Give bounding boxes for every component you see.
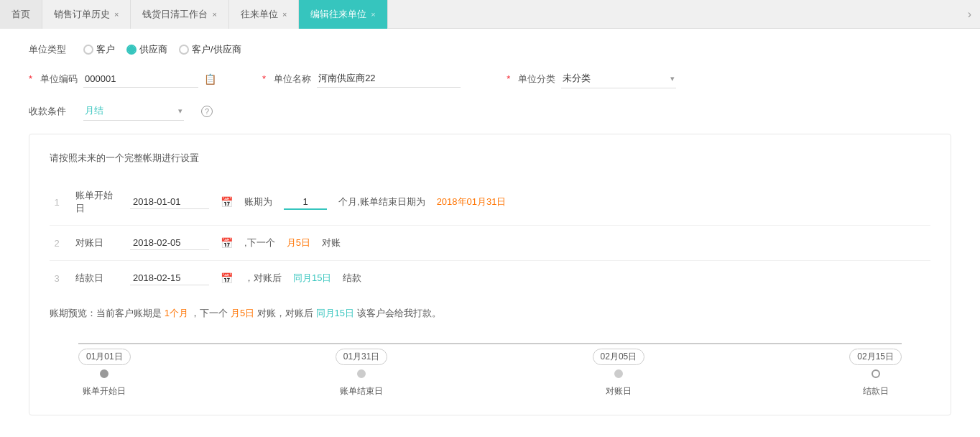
radio-both[interactable]: 客户/供应商 xyxy=(179,43,241,56)
unit-code-label: 单位编码 xyxy=(40,73,78,86)
payment-terms-row: 收款条件 月结 ▾ ? xyxy=(29,101,951,121)
tab-expand-button[interactable]: › xyxy=(959,8,980,21)
timeline-badge-3: 02月15日 xyxy=(849,349,902,365)
unit-info-row: * 单位编码 📋 * 单位名称 * 单位分类 未分类 ▾ xyxy=(29,69,951,88)
row-num-3: 3 xyxy=(50,273,64,284)
period-row-1: 1 账单开始日 📅 账期为 个月,账单结束日期为 2018年01月31日 xyxy=(50,179,930,226)
tab-edit-partner[interactable]: 编辑往来单位 × xyxy=(299,0,387,29)
preview-end: 该客户会给我打款。 xyxy=(357,308,441,318)
page-content: 单位类型 客户 供应商 客户/供应商 * 单位编码 📋 * 单位名称 xyxy=(0,29,980,437)
copy-icon[interactable]: 📋 xyxy=(204,73,216,85)
unit-code-input[interactable] xyxy=(83,70,198,88)
radio-circle-supplier xyxy=(126,45,137,55)
timeline-point-3: 02月15日 结款日 xyxy=(849,349,902,397)
row-label-1: 账单开始日 xyxy=(75,189,119,215)
row-label-3: 结款日 xyxy=(75,272,119,285)
radio-supplier[interactable]: 供应商 xyxy=(126,43,167,56)
unit-name-input[interactable] xyxy=(317,70,461,88)
tab-sales-history[interactable]: 销售订单历史 × xyxy=(42,0,131,29)
preview-section: 账期预览：当前客户账期是 1个月 ，下一个 月5日 对账，对账后 同月15日 该… xyxy=(50,295,930,397)
unit-name-group: * 单位名称 xyxy=(262,70,461,88)
timeline-dot-0 xyxy=(100,369,108,378)
payment-date-calendar-icon[interactable]: 📅 xyxy=(221,272,233,284)
row-desc-1-prefix: 账期为 xyxy=(244,196,272,208)
radio-customer[interactable]: 客户 xyxy=(83,43,115,56)
preview-reconcile-day: 月5日 xyxy=(231,308,254,318)
preview-text: 账期预览：当前客户账期是 1个月 ，下一个 月5日 对账，对账后 同月15日 该… xyxy=(50,307,930,320)
unit-type-row: 单位类型 客户 供应商 客户/供应商 xyxy=(29,43,951,56)
row-desc-1-suffix: 个月,账单结束日期为 xyxy=(338,196,425,208)
timeline-label-3: 结款日 xyxy=(863,385,889,397)
preview-period: 1个月 xyxy=(165,308,188,318)
row-desc-3-suffix: 结款 xyxy=(343,272,361,285)
row-desc-2-suffix: 对账 xyxy=(322,236,341,249)
radio-both-label: 客户/供应商 xyxy=(192,43,241,56)
tab-close-sales-history[interactable]: × xyxy=(114,10,119,19)
unit-category-label: 单位分类 xyxy=(518,73,555,86)
tab-partner[interactable]: 往来单位 × xyxy=(229,0,299,29)
timeline-dot-3 xyxy=(872,369,880,378)
reconcile-date-input[interactable] xyxy=(130,236,209,250)
unit-name-label: 单位名称 xyxy=(274,73,311,86)
start-date-calendar-icon[interactable]: 📅 xyxy=(221,196,233,208)
payment-terms-chevron-icon: ▾ xyxy=(178,106,182,116)
payment-terms-value: 月结 xyxy=(85,104,103,117)
payment-terms-label: 收款条件 xyxy=(29,105,66,118)
tab-bar: 首页 销售订单历史 × 钱货日清工作台 × 往来单位 × 编辑往来单位 × › xyxy=(0,0,980,29)
unit-category-group: * 单位分类 未分类 ▾ xyxy=(507,69,676,88)
payment-highlight: 同月15日 xyxy=(293,272,331,285)
timeline-points: 01月01日 账单开始日 01月31日 账单结束日 02月05日 对账日 xyxy=(78,349,902,397)
radio-supplier-label: 供应商 xyxy=(139,43,167,56)
radio-circle-customer xyxy=(83,45,93,55)
unit-category-select[interactable]: 未分类 ▾ xyxy=(561,69,676,88)
timeline-label-2: 对账日 xyxy=(606,385,632,397)
tab-close-cash-work[interactable]: × xyxy=(212,10,216,19)
period-row-2: 2 对账日 📅 ,下一个 月5日 对账 xyxy=(50,226,930,261)
chevron-down-icon: ▾ xyxy=(670,74,675,83)
period-num-input[interactable] xyxy=(284,195,327,210)
timeline-line xyxy=(78,343,902,344)
timeline-badge-0: 01月01日 xyxy=(78,349,131,365)
timeline-wrapper: 01月01日 账单开始日 01月31日 账单结束日 02月05日 对账日 xyxy=(50,334,930,397)
timeline-badge-2: 02月05日 xyxy=(593,349,645,365)
period-row-3: 3 结款日 📅 ，对账后 同月15日 结款 xyxy=(50,261,930,295)
tab-home[interactable]: 首页 xyxy=(0,0,42,29)
radio-customer-label: 客户 xyxy=(96,43,115,56)
tab-close-edit-partner[interactable]: × xyxy=(371,10,375,19)
tab-close-partner[interactable]: × xyxy=(282,10,287,19)
help-icon[interactable]: ? xyxy=(201,106,213,117)
row-num-1: 1 xyxy=(50,197,64,208)
payment-date-input[interactable] xyxy=(130,271,209,285)
reconcile-date-calendar-icon[interactable]: 📅 xyxy=(221,237,233,249)
tab-cash-work[interactable]: 钱货日清工作台 × xyxy=(131,0,228,29)
reconcile-highlight: 月5日 xyxy=(287,236,310,249)
preview-payment-day: 同月15日 xyxy=(316,308,354,318)
unit-type-label: 单位类型 xyxy=(29,43,66,56)
period-rows: 1 账单开始日 📅 账期为 个月,账单结束日期为 2018年01月31日 2 对… xyxy=(50,179,930,295)
required-star-category: * xyxy=(507,73,510,84)
preview-label: 账期预览：当前客户账期是 xyxy=(50,308,162,318)
start-date-input[interactable] xyxy=(130,195,209,209)
required-star-code: * xyxy=(29,73,32,84)
preview-mid2: 对账，对账后 xyxy=(257,308,313,318)
timeline-dot-1 xyxy=(357,369,366,378)
timeline-dot-2 xyxy=(614,369,623,378)
row-num-2: 2 xyxy=(50,238,64,249)
section-instruction: 请按照未来的一个完整帐期进行设置 xyxy=(50,152,930,165)
required-star-name: * xyxy=(262,73,266,84)
row-desc-2-prefix: ,下一个 xyxy=(244,236,275,249)
timeline-label-0: 账单开始日 xyxy=(83,385,126,397)
timeline-point-0: 01月01日 账单开始日 xyxy=(78,349,131,397)
row-label-2: 对账日 xyxy=(75,236,119,249)
timeline-label-1: 账单结束日 xyxy=(340,385,383,397)
preview-mid1: ，下一个 xyxy=(190,308,228,318)
radio-circle-both xyxy=(179,45,189,55)
timeline-point-2: 02月05日 对账日 xyxy=(593,349,645,397)
timeline-badge-1: 01月31日 xyxy=(336,349,388,365)
unit-category-value: 未分类 xyxy=(563,72,591,85)
row-desc-3-prefix: ，对账后 xyxy=(244,272,282,285)
timeline-point-1: 01月31日 账单结束日 xyxy=(336,349,388,397)
payment-terms-select[interactable]: 月结 ▾ xyxy=(83,101,184,121)
unit-code-group: * 单位编码 📋 xyxy=(29,70,216,88)
end-date-highlight: 2018年01月31日 xyxy=(437,196,507,208)
